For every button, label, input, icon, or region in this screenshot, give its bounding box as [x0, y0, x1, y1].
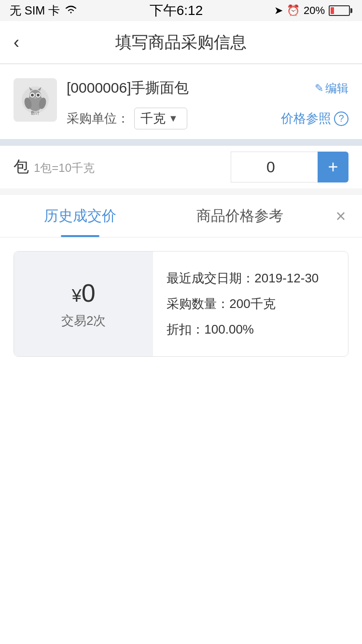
tab-history-label: 历史成交价 — [44, 206, 116, 226]
status-bar: 无 SIM 卡 下午6:12 ➤ ⏰ 20% — [0, 0, 362, 21]
unit-value: 千克 — [140, 110, 166, 127]
discount-label: 折扣： — [167, 322, 204, 336]
quantity-row: 包 1包=10千克 + — [0, 146, 362, 188]
quantity-input[interactable] — [231, 152, 318, 182]
nav-header: ‹ 填写商品采购信息 — [0, 21, 362, 64]
edit-button[interactable]: ✎ 编辑 — [315, 81, 348, 96]
product-name: [0000006]手撕面包 — [67, 78, 189, 98]
purchase-qty-value: 200千克 — [229, 296, 275, 311]
history-content: ¥0 交易2次 最近成交日期：2019-12-30 采购数量：200千克 折扣：… — [0, 238, 362, 370]
svg-point-5 — [31, 94, 34, 97]
bottom-area — [0, 370, 362, 644]
price-card-right: 最近成交日期：2019-12-30 采购数量：200千克 折扣：100.00% — [153, 252, 348, 356]
discount-row: 折扣：100.00% — [167, 320, 334, 339]
svg-point-6 — [37, 94, 40, 97]
purchase-qty-row: 采购数量：200千克 — [167, 294, 334, 313]
location-icon: ➤ — [274, 4, 283, 17]
tab-history-price[interactable]: 历史成交价 — [0, 195, 160, 237]
price-ref-label: 价格参照 — [281, 110, 331, 127]
page-title: 填写商品采购信息 — [115, 31, 247, 54]
status-time: 下午6:12 — [150, 1, 203, 20]
price-card-left: ¥0 交易2次 — [14, 252, 153, 356]
recent-date-value: 2019-12-30 — [254, 271, 319, 285]
tab-close-button[interactable]: × — [320, 195, 362, 238]
currency-symbol: ¥ — [72, 286, 82, 306]
discount-value: 100.00% — [204, 322, 254, 336]
tab-active-indicator — [61, 235, 99, 237]
dropdown-arrow-icon: ▼ — [168, 113, 178, 124]
product-header: 数计 [0000006]手撕面包 ✎ 编辑 采购单位： 千克 ▼ — [14, 78, 348, 129]
help-icon: ? — [334, 112, 348, 126]
price-ref-button[interactable]: 价格参照 ? — [281, 110, 348, 127]
edit-icon: ✎ — [315, 82, 323, 95]
quantity-controls: + — [231, 152, 348, 182]
quantity-conversion-label: 1包=10千克 — [34, 160, 95, 176]
battery-icon — [329, 5, 352, 16]
recent-date-row: 最近成交日期：2019-12-30 — [167, 269, 334, 288]
tabs-section: 历史成交价 商品价格参考 × ¥0 交易2次 最近成交日期：2019-12-30… — [0, 195, 362, 370]
recent-date-label: 最近成交日期： — [167, 271, 254, 285]
svg-text:数计: 数计 — [31, 111, 40, 115]
sim-label: 无 SIM 卡 — [10, 3, 60, 18]
product-card: 数计 [0000006]手撕面包 ✎ 编辑 采购单位： 千克 ▼ — [0, 65, 362, 139]
back-button[interactable]: ‹ — [14, 32, 19, 53]
product-unit-row: 采购单位： 千克 ▼ 价格参照 ? — [67, 108, 348, 129]
alarm-icon: ⏰ — [287, 4, 300, 17]
tab-product-price-ref[interactable]: 商品价格参考 — [160, 195, 320, 237]
unit-select[interactable]: 千克 ▼ — [134, 108, 187, 129]
battery-percent: 20% — [304, 4, 325, 17]
quantity-plus-button[interactable]: + — [318, 152, 348, 182]
purchase-qty-label: 采购数量： — [167, 296, 229, 311]
price-amount: ¥0 — [72, 279, 96, 308]
product-thumbnail: 数计 — [14, 78, 57, 122]
product-name-row: [0000006]手撕面包 ✎ 编辑 — [67, 78, 348, 98]
status-left: 无 SIM 卡 — [10, 3, 78, 18]
quantity-label-group: 包 1包=10千克 — [14, 156, 95, 178]
product-info: [0000006]手撕面包 ✎ 编辑 采购单位： 千克 ▼ 价格参照 ? — [67, 78, 348, 129]
tab-price-ref-label: 商品价格参考 — [196, 206, 283, 226]
quantity-unit-label: 包 — [14, 156, 29, 178]
section-divider — [0, 139, 362, 146]
price-card: ¥0 交易2次 最近成交日期：2019-12-30 采购数量：200千克 折扣：… — [14, 251, 348, 357]
tabs-header: 历史成交价 商品价格参考 × — [0, 195, 362, 238]
edit-label: 编辑 — [325, 81, 348, 96]
trade-count: 交易2次 — [61, 312, 106, 329]
wifi-icon — [64, 4, 78, 17]
unit-label: 采购单位： 千克 ▼ — [67, 108, 187, 129]
price-value: 0 — [82, 279, 96, 307]
status-right: ➤ ⏰ 20% — [274, 4, 352, 17]
